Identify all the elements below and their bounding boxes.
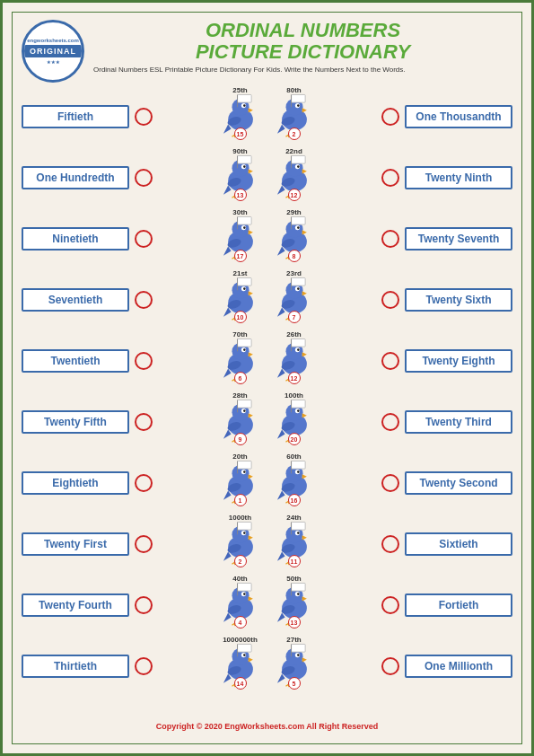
bird1-num-3: 10: [234, 311, 247, 323]
bird2-flag-5: 100th: [285, 391, 303, 400]
svg-marker-94: [248, 291, 252, 295]
svg-point-48: [297, 165, 300, 168]
bird2-num-0: 2: [288, 127, 301, 140]
svg-rect-283: [237, 644, 251, 652]
left-word-2: Ninetieth: [22, 227, 129, 251]
bird2-flag-8: 50th: [286, 575, 301, 583]
svg-rect-103: [237, 277, 251, 286]
bird1-flag-2: 30th: [232, 208, 247, 216]
birds-center-6: 20th 1 60th 16: [158, 453, 376, 514]
right-circle-1[interactable]: [381, 169, 399, 187]
svg-marker-126: [223, 368, 231, 377]
svg-point-273: [243, 654, 246, 656]
svg-marker-291: [276, 673, 285, 682]
left-circle-5[interactable]: [135, 413, 153, 431]
right-word-8: Fortieth: [405, 593, 512, 617]
right-circle-5[interactable]: [381, 413, 399, 431]
svg-point-183: [243, 470, 246, 473]
left-circle-1[interactable]: [135, 169, 153, 187]
left-circle-3[interactable]: [135, 291, 153, 309]
title-block: ORDINAL NUMBERS PICTURE DICTIONARY Ordin…: [93, 20, 512, 75]
row-6: Eightieth 20th 1: [22, 453, 512, 514]
svg-point-63: [243, 226, 246, 229]
bird2-num-6: 16: [288, 494, 301, 506]
svg-marker-6: [223, 124, 231, 133]
left-circle-0[interactable]: [135, 108, 153, 126]
birds-center-9: 1000000th 14 27th 5: [158, 636, 376, 697]
birds-center-0: 25th 15 80th 2: [158, 86, 376, 147]
bird2-flag-7: 24th: [286, 514, 301, 522]
svg-marker-229: [302, 535, 306, 540]
left-circle-2[interactable]: [135, 230, 153, 248]
svg-rect-28: [291, 94, 305, 102]
svg-rect-163: [237, 400, 251, 408]
birds-center-1: 90th 13 22nd 12: [158, 147, 376, 208]
row-3: Seventieth 21st 10: [22, 269, 512, 330]
right-circle-0[interactable]: [381, 108, 399, 126]
bird1-num-0: 15: [234, 127, 247, 140]
svg-rect-58: [291, 155, 305, 163]
bird1-wrap-0: 25th 15: [217, 92, 264, 142]
svg-point-3: [243, 104, 246, 107]
left-circle-9[interactable]: [135, 657, 153, 675]
left-word-3: Seventieth: [22, 288, 129, 312]
bird2-wrap-4: 26th 12: [271, 336, 318, 386]
right-circle-6[interactable]: [381, 474, 399, 492]
svg-marker-276: [223, 673, 231, 682]
right-word-5: Twenty Third: [405, 410, 512, 434]
bird2-wrap-8: 50th 13: [271, 580, 318, 630]
svg-rect-238: [291, 522, 305, 530]
bird2-num-1: 12: [288, 189, 301, 201]
birds-center-2: 30th 17 29th 8: [158, 208, 376, 269]
left-circle-6[interactable]: [135, 474, 153, 492]
svg-marker-261: [276, 612, 285, 621]
bird1-flag-9: 1000000th: [223, 636, 258, 644]
right-circle-9[interactable]: [381, 657, 399, 675]
svg-rect-43: [237, 155, 251, 163]
svg-marker-246: [223, 612, 231, 621]
footer: Copyright © 2020 EngWorksheets.com All R…: [13, 722, 521, 731]
bird2-num-9: 5: [288, 677, 301, 690]
bird2-num-4: 12: [288, 372, 301, 384]
svg-marker-34: [248, 169, 252, 173]
left-circle-7[interactable]: [135, 535, 153, 553]
left-circle-8[interactable]: [135, 596, 153, 614]
bird1-num-8: 4: [234, 616, 247, 629]
svg-point-243: [243, 593, 246, 595]
bird1-num-2: 17: [234, 250, 247, 262]
svg-rect-88: [291, 216, 305, 224]
right-circle-7[interactable]: [381, 535, 399, 553]
svg-point-288: [297, 654, 300, 656]
right-word-7: Sixtieth: [405, 532, 512, 556]
bird1-flag-6: 20th: [232, 453, 247, 461]
svg-rect-133: [237, 338, 251, 347]
right-circle-2[interactable]: [381, 230, 399, 248]
title-line1: ORDINAL NUMBERS: [93, 20, 512, 41]
bird1-wrap-9: 1000000th 14: [217, 641, 264, 691]
bird2-wrap-7: 24th 11: [271, 519, 318, 569]
svg-marker-201: [276, 490, 285, 499]
bird1-wrap-5: 28th 9: [217, 397, 264, 447]
bird2-flag-2: 29th: [286, 208, 301, 216]
left-word-4: Twentieth: [22, 349, 129, 373]
svg-marker-141: [276, 368, 285, 377]
right-circle-4[interactable]: [381, 352, 399, 370]
svg-marker-64: [248, 230, 252, 234]
bird2-num-3: 7: [288, 311, 301, 323]
svg-marker-4: [248, 108, 252, 112]
svg-marker-154: [248, 413, 252, 418]
row-5: Twenty Fifth 28th 9: [22, 391, 512, 453]
birds-center-7: 1000th 2 24th 11: [158, 514, 376, 575]
row-7: Twenty First 1000th 2: [22, 514, 512, 575]
left-circle-4[interactable]: [135, 352, 153, 370]
svg-marker-124: [248, 352, 252, 356]
svg-marker-66: [223, 246, 231, 255]
bird1-flag-1: 90th: [232, 147, 247, 155]
birds-center-8: 40th 4 50th 13: [158, 575, 376, 636]
right-circle-8[interactable]: [381, 596, 399, 614]
svg-marker-259: [302, 596, 306, 601]
right-circle-3[interactable]: [381, 291, 399, 309]
bird1-num-7: 2: [234, 555, 247, 567]
svg-marker-19: [302, 108, 306, 112]
bird2-flag-1: 22nd: [285, 147, 302, 155]
